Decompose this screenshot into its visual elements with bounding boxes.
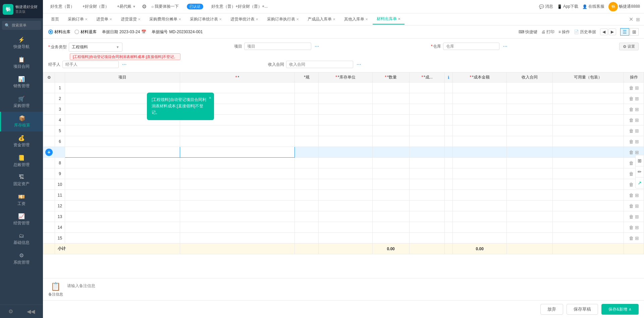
row-income-contract[interactable] [506, 179, 552, 190]
row-material-input[interactable] [180, 147, 295, 158]
sidebar-item-system[interactable]: ⚙ 系统管理 [0, 249, 43, 269]
copy-icon[interactable]: ⊞ [635, 150, 639, 155]
row-cost[interactable] [409, 190, 445, 201]
row-qty[interactable] [372, 201, 409, 211]
row-cost-amount[interactable] [453, 125, 506, 136]
topbar-extra-tabs[interactable]: 好生意（普）+好业财（普）+... [208, 2, 271, 11]
row-material[interactable] [180, 201, 295, 211]
close-icon[interactable]: ✕ [256, 17, 258, 21]
delete-icon[interactable]: 🗑 [629, 235, 634, 241]
row-spec[interactable] [295, 222, 319, 233]
tab-order-exec[interactable]: 采购订单执行表 ✕ [263, 14, 303, 24]
row-cost[interactable] [409, 222, 445, 233]
row-cost-amount[interactable] [453, 147, 506, 158]
sidebar-item-inventory[interactable]: 📦 库存核算 [0, 112, 43, 131]
copy-icon[interactable]: ⊞ [635, 203, 639, 209]
row-cost-amount[interactable] [453, 158, 506, 168]
sidebar-item-purchase[interactable]: 🛒 采购管理 [0, 92, 43, 112]
row-qty[interactable] [372, 158, 409, 168]
row-qty[interactable] [372, 125, 409, 136]
project-dots-icon[interactable]: ··· [315, 43, 319, 49]
online-service-btn[interactable]: 👤 在线客服 [582, 4, 604, 9]
tab-home[interactable]: 首页 [47, 14, 63, 24]
row-material-field[interactable] [182, 150, 293, 155]
sidebar-item-basics[interactable]: 🗂 基础信息 [0, 229, 43, 249]
collapse-btn[interactable]: ◀◀ [27, 308, 35, 315]
history-btn[interactable]: 📄 历史单据 [574, 29, 596, 35]
row-material[interactable] [180, 233, 295, 244]
copy-icon[interactable]: ⊞ [635, 235, 639, 241]
message-btn[interactable]: 💬 消息 [539, 4, 553, 9]
copy-icon[interactable]: ⊞ [635, 96, 639, 101]
row-project[interactable] [65, 201, 180, 211]
row-material[interactable] [180, 125, 295, 136]
copy-icon[interactable]: ⊞ [635, 225, 639, 230]
sidebar-item-payroll[interactable]: 💴 工资 [0, 190, 43, 210]
row-cost-amount[interactable] [453, 83, 506, 93]
row-spec[interactable] [295, 147, 319, 158]
row-unit[interactable] [319, 83, 372, 93]
handler-dots-icon[interactable]: ··· [122, 61, 126, 67]
row-unit[interactable] [319, 201, 372, 211]
row-unit[interactable] [319, 179, 372, 190]
sidebar-item-project[interactable]: 📋 项目合同 [0, 53, 43, 73]
discard-button[interactable]: 放弃 [540, 304, 563, 315]
app-download-btn[interactable]: 📱 App下载 [557, 4, 578, 9]
delete-icon[interactable]: 🗑 [629, 139, 634, 144]
tab-other-in[interactable]: 其他入库单 ✕ [340, 14, 372, 24]
sidebar-item-accounting[interactable]: 📒 总账管理 [0, 151, 43, 171]
row-project[interactable] [65, 190, 180, 201]
prev-btn[interactable]: ◀ [600, 29, 608, 35]
row-project[interactable] [65, 222, 180, 233]
grid-view-btn[interactable]: ⊞ [630, 28, 639, 36]
row-project[interactable] [65, 179, 180, 190]
row-spec[interactable] [295, 136, 319, 147]
close-icon[interactable]: ✕ [85, 17, 88, 21]
row-cost[interactable] [409, 211, 445, 222]
row-income-contract[interactable] [506, 125, 552, 136]
row-income-contract[interactable] [506, 211, 552, 222]
row-cost[interactable] [409, 179, 445, 190]
row-cost-amount[interactable] [453, 211, 506, 222]
right-mini-export-btn[interactable]: ↗ [636, 177, 644, 188]
sidebar-item-operations[interactable]: 📈 经营管理 [0, 210, 43, 229]
row-cost-amount[interactable] [453, 179, 506, 190]
close-all-btn[interactable]: ✕ [629, 16, 633, 22]
row-cost-amount[interactable] [453, 233, 506, 244]
row-qty[interactable] [372, 83, 409, 93]
row-material[interactable] [180, 179, 295, 190]
row-material[interactable] [180, 136, 295, 147]
row-income-contract[interactable] [506, 83, 552, 93]
row-unit[interactable] [319, 222, 372, 233]
copy-icon[interactable]: ⊞ [635, 107, 639, 112]
row-cost[interactable] [409, 83, 445, 93]
sidebar-item-sales[interactable]: 📊 销售管理 [0, 72, 43, 92]
operation-btn[interactable]: ≡ 操作 [558, 29, 570, 35]
row-unit[interactable] [319, 136, 372, 147]
delete-icon[interactable]: 🗑 [629, 107, 634, 112]
row-qty[interactable] [372, 136, 409, 147]
expand-icon[interactable]: ⊞ [636, 17, 640, 22]
handler-input[interactable] [62, 61, 119, 68]
row-income-contract[interactable] [506, 136, 552, 147]
copy-icon[interactable]: ⊞ [635, 214, 639, 219]
topbar-trial-btn[interactable]: ○ 在线客服 我要体验一下 [148, 2, 182, 11]
row-project[interactable] [65, 83, 180, 93]
row-qty[interactable] [372, 211, 409, 222]
row-spec[interactable] [295, 158, 319, 168]
row-unit[interactable] [319, 115, 372, 125]
close-icon[interactable]: ✕ [365, 17, 368, 21]
tab-purchase-stat[interactable]: 采购订单统计表 ✕ [186, 14, 226, 24]
row-spec[interactable] [295, 190, 319, 201]
row-project[interactable] [65, 136, 180, 147]
delete-icon[interactable]: 🗑 [629, 225, 634, 230]
tab-in-stat[interactable]: 进货单统计表 ✕ [226, 14, 262, 24]
row-unit[interactable] [319, 93, 372, 104]
delete-icon[interactable]: 🗑 [629, 171, 634, 176]
row-income-contract[interactable] [506, 233, 552, 244]
row-spec[interactable] [295, 93, 319, 104]
copy-icon[interactable]: ⊞ [635, 117, 639, 123]
row-spec[interactable] [295, 115, 319, 125]
income-contract-input[interactable] [286, 61, 353, 68]
row-unit[interactable] [319, 233, 372, 244]
